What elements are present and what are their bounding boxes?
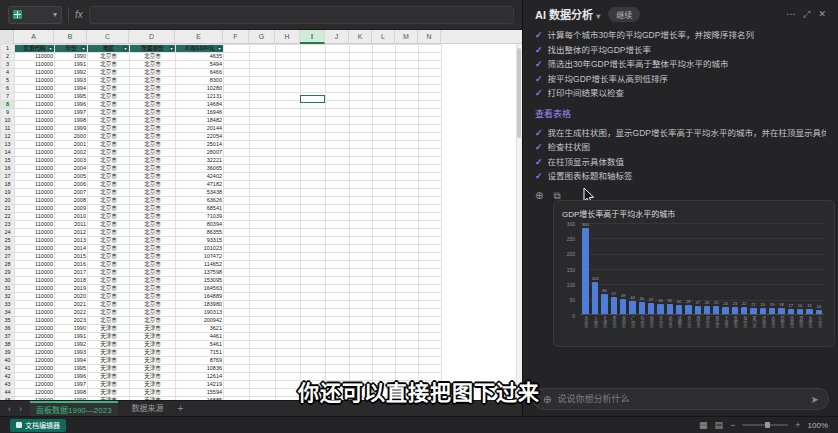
cell[interactable]: [276, 229, 301, 237]
page-view-icon[interactable]: ▤: [714, 420, 723, 430]
cell[interactable]: [276, 53, 301, 61]
cell[interactable]: [396, 333, 419, 341]
column-header-G[interactable]: G: [249, 30, 275, 44]
ai-chat-input[interactable]: [557, 394, 804, 404]
sheet-tab-data-source[interactable]: 数据来源: [126, 401, 170, 417]
cell[interactable]: 2006: [55, 181, 88, 189]
cell[interactable]: 2013: [55, 237, 88, 245]
cell[interactable]: 天津市: [88, 373, 130, 381]
cell[interactable]: 年份▾: [55, 45, 88, 53]
cell[interactable]: [250, 141, 276, 149]
cell[interactable]: [326, 229, 350, 237]
cell[interactable]: [419, 189, 442, 197]
cell[interactable]: 北京市: [130, 253, 176, 261]
cell[interactable]: [350, 325, 373, 333]
cell[interactable]: [224, 221, 250, 229]
cell[interactable]: [276, 205, 301, 213]
cell[interactable]: [250, 325, 276, 333]
row-header-39[interactable]: 39: [1, 349, 15, 357]
cell[interactable]: 天津市: [88, 389, 130, 397]
cell[interactable]: [224, 61, 250, 69]
cell[interactable]: [276, 117, 301, 125]
cell[interactable]: [326, 357, 350, 365]
cell[interactable]: 10836: [176, 365, 224, 373]
cell[interactable]: [301, 205, 326, 213]
cell[interactable]: [396, 229, 419, 237]
cell[interactable]: [276, 253, 301, 261]
cell[interactable]: 120000: [15, 325, 55, 333]
cell[interactable]: [301, 165, 326, 173]
cell[interactable]: [250, 205, 276, 213]
cell[interactable]: [373, 197, 396, 205]
cell[interactable]: 北京市: [130, 133, 176, 141]
cell[interactable]: 1998: [55, 117, 88, 125]
cell[interactable]: [373, 309, 396, 317]
cell[interactable]: [396, 117, 419, 125]
cell[interactable]: [250, 45, 276, 53]
cell[interactable]: 北京市: [88, 277, 130, 285]
cell[interactable]: [224, 109, 250, 117]
cell[interactable]: 110000: [15, 277, 55, 285]
cell[interactable]: [326, 109, 350, 117]
cell[interactable]: [250, 61, 276, 69]
cell[interactable]: 2008: [55, 197, 88, 205]
cell[interactable]: [326, 205, 350, 213]
cell[interactable]: 1997: [55, 381, 88, 389]
cell[interactable]: [224, 189, 250, 197]
row-header-19[interactable]: 19: [1, 189, 15, 197]
cell[interactable]: 2009: [55, 205, 88, 213]
cell[interactable]: [301, 285, 326, 293]
cell[interactable]: 190313: [176, 309, 224, 317]
cell[interactable]: 120000: [15, 333, 55, 341]
cell[interactable]: [276, 277, 301, 285]
name-box[interactable]: ▾: [8, 6, 62, 24]
row-header-3[interactable]: 3: [1, 61, 15, 69]
cell[interactable]: 天津市: [88, 381, 130, 389]
cell[interactable]: [301, 69, 326, 77]
cell[interactable]: 北京市: [130, 85, 176, 93]
cell[interactable]: [419, 285, 442, 293]
cell[interactable]: [224, 277, 250, 285]
cell[interactable]: 北京市: [88, 85, 130, 93]
sheet-tab-panel-data[interactable]: 面板数据1990—2023: [30, 401, 118, 417]
cell[interactable]: 3621: [176, 325, 224, 333]
cell[interactable]: [250, 109, 276, 117]
cell[interactable]: 110000: [15, 213, 55, 221]
cell[interactable]: [350, 77, 373, 85]
cell[interactable]: [301, 245, 326, 253]
cell[interactable]: [396, 341, 419, 349]
cell[interactable]: 1998: [55, 389, 88, 397]
cell[interactable]: [224, 285, 250, 293]
row-header-14[interactable]: 14: [1, 149, 15, 157]
cell[interactable]: 北京市: [88, 101, 130, 109]
cell[interactable]: [224, 205, 250, 213]
cell[interactable]: [326, 133, 350, 141]
cell[interactable]: 2022: [55, 309, 88, 317]
cell[interactable]: [373, 45, 396, 53]
cell[interactable]: 2012: [55, 229, 88, 237]
cell[interactable]: [373, 349, 396, 357]
cell[interactable]: [276, 189, 301, 197]
cell[interactable]: [373, 173, 396, 181]
cell[interactable]: [419, 309, 442, 317]
cell[interactable]: [276, 301, 301, 309]
cell[interactable]: 北京市: [130, 61, 176, 69]
cell[interactable]: [301, 269, 326, 277]
filter-icon[interactable]: ▾: [217, 46, 222, 51]
cell[interactable]: 110000: [15, 173, 55, 181]
cell[interactable]: [396, 253, 419, 261]
row-header-36[interactable]: 36: [1, 325, 15, 333]
cell[interactable]: 110000: [15, 317, 55, 325]
row-header-38[interactable]: 38: [1, 341, 15, 349]
cell[interactable]: [224, 45, 250, 53]
cell[interactable]: 110000: [15, 133, 55, 141]
cell[interactable]: 天津市: [88, 325, 130, 333]
cell[interactable]: [373, 157, 396, 165]
cell[interactable]: [350, 333, 373, 341]
cell[interactable]: [326, 237, 350, 245]
cell[interactable]: [396, 125, 419, 133]
cell[interactable]: [419, 149, 442, 157]
cell[interactable]: 北京市: [130, 93, 176, 101]
cell[interactable]: [326, 245, 350, 253]
cell[interactable]: 北京市: [88, 69, 130, 77]
